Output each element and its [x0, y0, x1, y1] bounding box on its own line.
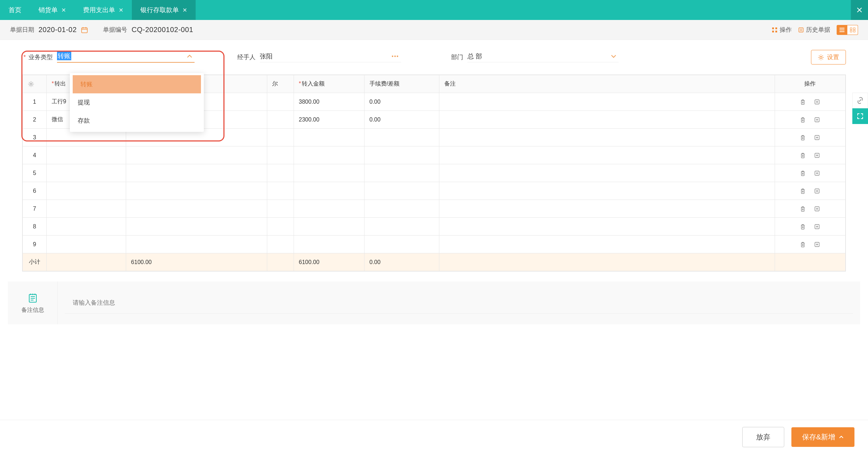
history-button[interactable]: 历史单据 — [798, 26, 830, 34]
row-fee[interactable]: 0.00 — [364, 111, 439, 129]
view-list-button[interactable] — [837, 25, 847, 35]
row-fee[interactable] — [364, 146, 439, 164]
row-inacc[interactable] — [267, 129, 294, 146]
chevron-down-icon[interactable] — [611, 55, 616, 58]
close-icon[interactable]: ✕ — [182, 7, 187, 14]
row-in[interactable] — [294, 129, 364, 146]
delete-icon[interactable] — [800, 170, 806, 176]
row-outamt[interactable] — [126, 164, 267, 182]
table-row[interactable]: 6 — [23, 182, 846, 200]
chevron-up-icon[interactable] — [187, 55, 192, 58]
row-inacc[interactable] — [267, 236, 294, 253]
row-inacc[interactable] — [267, 146, 294, 164]
row-outamt[interactable] — [126, 236, 267, 253]
tab-sales[interactable]: 销货单 ✕ — [30, 0, 74, 20]
row-remark[interactable] — [439, 218, 775, 236]
row-remark[interactable] — [439, 236, 775, 253]
tab-bank-transfer[interactable]: 银行存取款单 ✕ — [132, 0, 196, 20]
row-out[interactable] — [46, 146, 126, 164]
add-row-icon[interactable] — [814, 99, 820, 105]
row-inacc[interactable] — [267, 218, 294, 236]
more-icon[interactable]: ••• — [392, 53, 399, 59]
expand-button[interactable] — [852, 108, 868, 124]
cancel-button[interactable]: 放弃 — [742, 427, 784, 447]
row-in[interactable]: 3800.00 — [294, 93, 364, 111]
table-row[interactable]: 9 — [23, 236, 846, 253]
row-inacc[interactable] — [267, 93, 294, 111]
row-in[interactable]: 2300.00 — [294, 111, 364, 129]
add-row-icon[interactable] — [814, 170, 820, 176]
close-icon[interactable]: ✕ — [119, 7, 123, 14]
dropdown-item[interactable]: 转账 — [73, 75, 201, 93]
delete-icon[interactable] — [800, 188, 806, 194]
delete-icon[interactable] — [800, 152, 806, 159]
row-fee[interactable] — [364, 129, 439, 146]
dept-field[interactable]: 部门 总 部 — [451, 52, 619, 62]
row-fee[interactable] — [364, 236, 439, 253]
add-row-icon[interactable] — [814, 188, 820, 194]
row-inacc[interactable] — [267, 200, 294, 218]
delete-icon[interactable] — [800, 223, 806, 230]
remark-input[interactable] — [65, 292, 853, 314]
view-card-button[interactable] — [847, 25, 858, 35]
date-value[interactable]: 2020-01-02 — [38, 26, 77, 34]
row-outamt[interactable] — [126, 218, 267, 236]
row-in[interactable] — [294, 164, 364, 182]
tab-expense[interactable]: 费用支出单 ✕ — [74, 0, 132, 20]
row-outamt[interactable] — [126, 146, 267, 164]
row-out[interactable] — [46, 218, 126, 236]
row-remark[interactable] — [439, 111, 775, 129]
row-remark[interactable] — [439, 93, 775, 111]
add-row-icon[interactable] — [814, 117, 820, 123]
dropdown-item[interactable]: 存款 — [70, 112, 204, 130]
add-row-icon[interactable] — [814, 152, 820, 159]
row-in[interactable] — [294, 200, 364, 218]
row-in[interactable] — [294, 218, 364, 236]
table-row[interactable]: 5 — [23, 164, 846, 182]
row-inacc[interactable] — [267, 182, 294, 200]
row-in[interactable] — [294, 182, 364, 200]
delete-icon[interactable] — [800, 206, 806, 212]
add-row-icon[interactable] — [814, 241, 820, 248]
actions-menu[interactable]: 操作 — [772, 26, 792, 34]
calendar-icon[interactable] — [81, 26, 88, 33]
business-type-field[interactable]: * 业务类型 转账 — [24, 52, 195, 63]
close-all-button[interactable] — [851, 0, 868, 20]
row-outamt[interactable] — [126, 200, 267, 218]
row-fee[interactable] — [364, 164, 439, 182]
row-inacc[interactable] — [267, 164, 294, 182]
delete-icon[interactable] — [800, 134, 806, 141]
settings-button[interactable]: 设置 — [811, 50, 846, 65]
row-out[interactable] — [46, 182, 126, 200]
row-inacc[interactable] — [267, 111, 294, 129]
add-row-icon[interactable] — [814, 206, 820, 212]
row-out[interactable] — [46, 200, 126, 218]
row-fee[interactable] — [364, 200, 439, 218]
gear-column-header[interactable] — [23, 75, 47, 93]
tab-home[interactable]: 首页 — [0, 0, 30, 20]
row-out[interactable] — [46, 236, 126, 253]
row-remark[interactable] — [439, 200, 775, 218]
table-row[interactable]: 8 — [23, 218, 846, 236]
row-in[interactable] — [294, 236, 364, 253]
biz-value[interactable]: 转账 — [57, 52, 71, 61]
attachment-button[interactable] — [852, 93, 868, 108]
handler-field[interactable]: 经手人 张阳 ••• — [237, 52, 401, 62]
dropdown-item[interactable]: 提现 — [70, 93, 204, 112]
delete-icon[interactable] — [800, 117, 806, 123]
delete-icon[interactable] — [800, 99, 806, 105]
save-button[interactable]: 保存&新增 — [791, 427, 854, 447]
row-fee[interactable]: 0.00 — [364, 93, 439, 111]
add-row-icon[interactable] — [814, 134, 820, 141]
delete-icon[interactable] — [800, 241, 806, 248]
row-in[interactable] — [294, 146, 364, 164]
row-remark[interactable] — [439, 146, 775, 164]
row-remark[interactable] — [439, 129, 775, 146]
row-fee[interactable] — [364, 218, 439, 236]
row-remark[interactable] — [439, 164, 775, 182]
add-row-icon[interactable] — [814, 223, 820, 230]
row-fee[interactable] — [364, 182, 439, 200]
row-out[interactable] — [46, 164, 126, 182]
row-remark[interactable] — [439, 182, 775, 200]
row-outamt[interactable] — [126, 182, 267, 200]
